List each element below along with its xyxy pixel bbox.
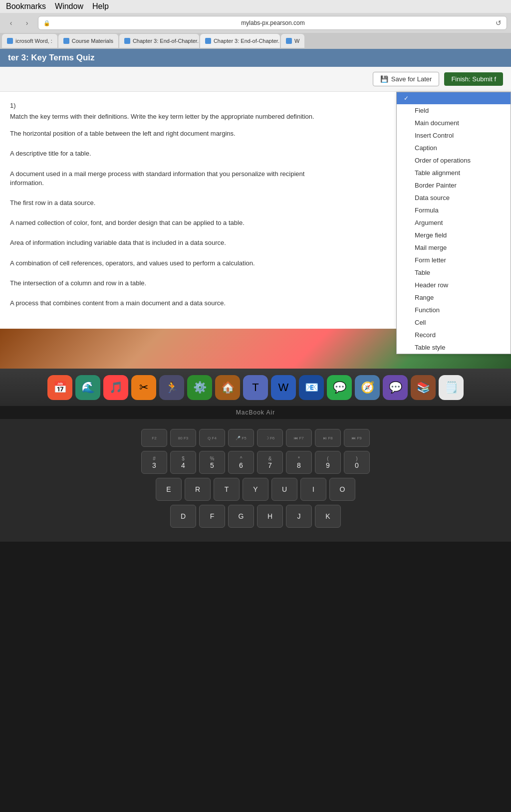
dock: 📅 🌊 🎵 ✂ 🏃 ⚙️ 🏠 T W 📧 💬 🧭 💬 📚 🗒️	[0, 369, 511, 406]
nav-buttons: ‹ ›	[4, 16, 34, 30]
key-j[interactable]: J	[286, 505, 312, 528]
dock-icon-apps[interactable]: 🏃	[159, 375, 184, 400]
menu-window[interactable]: Window	[55, 2, 83, 11]
key-i[interactable]: I	[300, 478, 326, 501]
dropdown-item-function[interactable]: Function	[397, 304, 511, 316]
dock-icon-messenger[interactable]: 💬	[383, 375, 408, 400]
key-y[interactable]: Y	[243, 478, 268, 501]
dock-icon-whatsapp[interactable]: 💬	[327, 375, 352, 400]
dock-icon-outlook[interactable]: 📧	[299, 375, 324, 400]
tab-chapter3-2[interactable]: Chapter 3: End-of-Chapter...	[200, 34, 280, 48]
dock-icon-word[interactable]: W	[271, 375, 296, 400]
definition-8: The intersection of a column and row in …	[10, 279, 319, 288]
dropdown-item-table-style[interactable]: Table style	[397, 341, 511, 354]
dropdown-item-form-letter[interactable]: Form letter	[397, 254, 511, 266]
dropdown-item-record[interactable]: Record	[397, 329, 511, 341]
dock-icon-music[interactable]: 🎵	[103, 375, 128, 400]
reload-button[interactable]: ↺	[496, 19, 502, 27]
key-9[interactable]: (9	[315, 451, 341, 474]
dropdown-item-main-document[interactable]: Main document	[397, 117, 511, 129]
key-0[interactable]: )0	[344, 451, 370, 474]
address-bar[interactable]: 🔒 mylabs-px.pearson.com ↺	[38, 16, 507, 30]
key-6[interactable]: ^6	[228, 451, 254, 474]
key-o[interactable]: O	[329, 478, 355, 501]
key-5[interactable]: %5	[199, 451, 225, 474]
key-k[interactable]: K	[315, 505, 341, 528]
tab-icon-chapter3-1	[124, 38, 130, 44]
dropdown-item-table-alignment[interactable]: Table alignment	[397, 167, 511, 179]
key-7[interactable]: &7	[257, 451, 283, 474]
key-f7[interactable]: ⏮ F7	[286, 429, 312, 447]
key-f3[interactable]: 80 F3	[170, 429, 196, 447]
key-t[interactable]: T	[214, 478, 240, 501]
definition-5: A named collection of color, font, and b…	[10, 218, 319, 227]
dropdown-item-blank[interactable]: ✓	[397, 92, 511, 104]
key-u[interactable]: U	[271, 478, 297, 501]
key-4[interactable]: $4	[170, 451, 196, 474]
tab-microsoft-word[interactable]: icrosoft Word, :	[2, 34, 57, 48]
key-f[interactable]: F	[199, 505, 225, 528]
key-f9[interactable]: ⏭ F9	[344, 429, 370, 447]
dropdown-item-mail-merge[interactable]: Mail merge	[397, 241, 511, 254]
dropdown-item-data-source[interactable]: Data source	[397, 192, 511, 204]
dropdown-item-header-row[interactable]: Header row	[397, 279, 511, 291]
definition-1: The horizontal position of a table betwe…	[10, 129, 319, 138]
question-number: 1)	[10, 102, 16, 109]
dropdown-item-field[interactable]: Field	[397, 104, 511, 117]
main-content: 💾 Save for Later Finish: Submit f 1) (20…	[0, 67, 511, 329]
tab-bar: icrosoft Word, : Course Materials Chapte…	[0, 33, 511, 49]
forward-button[interactable]: ›	[20, 16, 34, 30]
tab-course-materials[interactable]: Course Materials	[58, 34, 118, 48]
dropdown-item-merge-field[interactable]: Merge field	[397, 229, 511, 241]
key-g[interactable]: G	[228, 505, 254, 528]
check-icon: ✓	[404, 95, 411, 102]
dropdown-item-cell[interactable]: Cell	[397, 316, 511, 329]
key-3[interactable]: #3	[141, 451, 167, 474]
definition-3: A document used in a mail merge process …	[10, 170, 319, 188]
dropdown-item-insert-control[interactable]: Insert Control	[397, 129, 511, 142]
menu-bookmarks[interactable]: Bookmarks	[6, 2, 46, 11]
definition-4: The first row in a data source.	[10, 199, 319, 207]
dock-icon-finder[interactable]: 🌊	[75, 375, 100, 400]
key-f8[interactable]: ⏯ F8	[315, 429, 341, 447]
key-r[interactable]: R	[185, 478, 211, 501]
dropdown-item-table[interactable]: Table	[397, 266, 511, 279]
key-d[interactable]: D	[170, 505, 196, 528]
key-f4[interactable]: Q F4	[199, 429, 225, 447]
tab-icon-w	[286, 38, 292, 44]
definition-2: A descriptive title for a table.	[10, 149, 319, 158]
dock-icon-home[interactable]: 🏠	[215, 375, 240, 400]
tab-chapter3-1[interactable]: Chapter 3: End-of-Chapter...	[119, 34, 199, 48]
question-instruction: Match the key terms with their definitio…	[10, 112, 344, 121]
finish-submit-button[interactable]: Finish: Submit f	[444, 72, 503, 86]
dock-icon-books[interactable]: 📚	[411, 375, 436, 400]
dropdown-item-formula[interactable]: Formula	[397, 204, 511, 216]
url-text: mylabs-px.pearson.com	[53, 19, 493, 26]
key-8[interactable]: *8	[286, 451, 312, 474]
key-h[interactable]: H	[257, 505, 283, 528]
key-f6[interactable]: ☽ F6	[257, 429, 283, 447]
key-f2[interactable]: F2	[141, 429, 167, 447]
dock-icon-calendar[interactable]: 📅	[47, 375, 72, 400]
dock-icon-pages[interactable]: ✂	[131, 375, 156, 400]
key-e[interactable]: E	[156, 478, 182, 501]
dock-icon-teams[interactable]: T	[243, 375, 268, 400]
dock-icon-notes[interactable]: 🗒️	[439, 375, 464, 400]
back-button[interactable]: ‹	[4, 16, 18, 30]
number-key-row: #3 $4 %5 ^6 &7 *8 (9 )0	[15, 451, 496, 474]
dock-icon-system-prefs[interactable]: ⚙️	[187, 375, 212, 400]
page-title: ter 3: Key Terms Quiz	[8, 53, 95, 62]
tab-icon-course-materials	[63, 38, 69, 44]
dropdown-item-caption[interactable]: Caption	[397, 142, 511, 154]
dropdown-item-order-of-operations[interactable]: Order of operations	[397, 154, 511, 167]
save-later-button[interactable]: 💾 Save for Later	[373, 72, 440, 86]
key-f5[interactable]: 🎤 F5	[228, 429, 254, 447]
macbook-label: MacBook Air	[0, 406, 511, 419]
tab-w[interactable]: W	[281, 34, 304, 48]
dropdown-item-range[interactable]: Range	[397, 291, 511, 304]
dropdown-item-border-painter[interactable]: Border Painter	[397, 179, 511, 192]
menu-help[interactable]: Help	[92, 2, 109, 11]
dock-icon-safari[interactable]: 🧭	[355, 375, 380, 400]
dropdown-item-argument[interactable]: Argument	[397, 216, 511, 229]
answer-dropdown[interactable]: ✓ Field Main document Insert Control Cap…	[396, 92, 511, 354]
